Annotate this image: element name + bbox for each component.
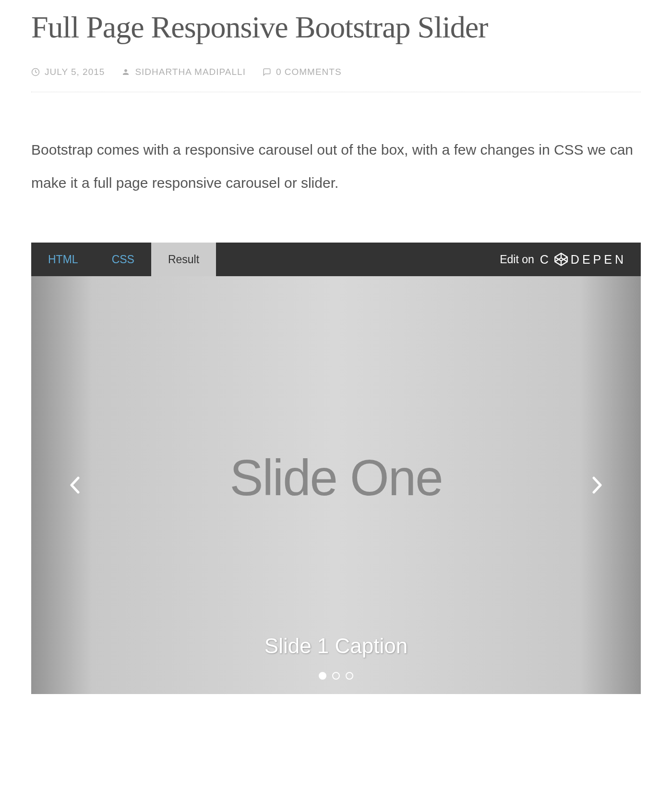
codepen-embed: HTML CSS Result Edit on C DEPEN — [31, 243, 641, 694]
tab-html[interactable]: HTML — [31, 243, 95, 276]
tab-result[interactable]: Result — [151, 243, 216, 276]
user-icon — [121, 68, 130, 76]
article-meta: JULY 5, 2015 SIDHARTHA MADIPALLI 0 COMME… — [31, 67, 641, 92]
slide-caption: Slide 1 Caption — [264, 634, 408, 658]
carousel-next-button[interactable] — [588, 476, 607, 495]
indicator-1[interactable] — [319, 672, 326, 680]
page-title: Full Page Responsive Bootstrap Slider — [31, 10, 641, 45]
codepen-tabs: HTML CSS Result Edit on C DEPEN — [31, 243, 641, 276]
codepen-cube-icon — [553, 252, 569, 267]
codepen-logo: C DEPEN — [540, 252, 626, 267]
tab-css[interactable]: CSS — [95, 243, 151, 276]
edit-label: Edit on — [500, 253, 534, 266]
comments-text: 0 COMMENTS — [276, 67, 342, 77]
clock-icon — [31, 68, 40, 76]
author-text: SIDHARTHA MADIPALLI — [135, 67, 246, 77]
slide-title: Slide One — [229, 449, 442, 507]
date-text: JULY 5, 2015 — [45, 67, 105, 77]
comment-icon — [263, 68, 271, 76]
intro-paragraph: Bootstrap comes with a responsive carous… — [31, 133, 641, 199]
carousel-indicators — [319, 672, 353, 680]
meta-date[interactable]: JULY 5, 2015 — [31, 67, 105, 77]
carousel-prev-button[interactable] — [65, 476, 84, 495]
logo-text-right: DEPEN — [571, 253, 626, 267]
indicator-3[interactable] — [346, 672, 353, 680]
indicator-2[interactable] — [332, 672, 340, 680]
logo-text-left: C — [540, 253, 552, 267]
carousel: Slide One Slide 1 Caption — [31, 276, 641, 694]
edit-on-codepen[interactable]: Edit on C DEPEN — [500, 252, 641, 267]
meta-author[interactable]: SIDHARTHA MADIPALLI — [121, 67, 246, 77]
meta-comments[interactable]: 0 COMMENTS — [263, 67, 342, 77]
